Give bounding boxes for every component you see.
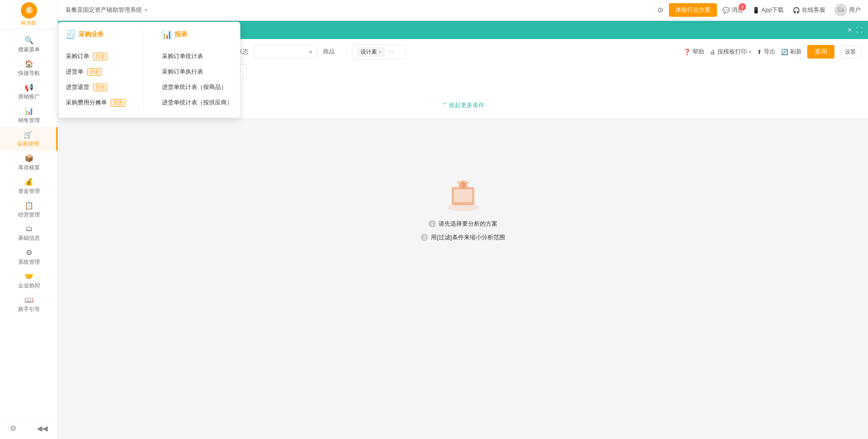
message-icon: 💬 bbox=[722, 7, 730, 14]
operations-icon: 📋 bbox=[24, 201, 34, 210]
sidebar-label-search: 搜索菜单 bbox=[18, 46, 40, 54]
sidebar: ⑥ 标准版 🔍 搜索菜单 🏠 快捷导航 📢 营销推广 📊 销售管理 🛒 采购管理… bbox=[0, 0, 58, 439]
sidebar-item-system[interactable]: ⚙ 系统管理 bbox=[0, 245, 58, 269]
logo-text: 标准版 bbox=[21, 20, 36, 26]
sidebar-item-purchase[interactable]: 🛒 采购管理 bbox=[0, 127, 58, 151]
svg-line-5 bbox=[467, 182, 468, 183]
sidebar-settings-icon[interactable]: ⚙ bbox=[10, 424, 16, 433]
report-col-title: 📊 报表 bbox=[162, 30, 233, 43]
help-button[interactable]: ❓ 帮助 bbox=[683, 48, 704, 56]
title-arrow-icon: ▾ bbox=[145, 7, 147, 13]
report-col-label: 报表 bbox=[175, 30, 187, 39]
purchase-return-label: 进货退货 bbox=[66, 83, 89, 91]
report-col-icon: 📊 bbox=[162, 30, 172, 39]
sidebar-label-quick-nav: 快捷导航 bbox=[18, 69, 40, 77]
dropdown-item-purchase-receipt[interactable]: 进货单 历史 bbox=[66, 64, 125, 79]
avatar: Ea bbox=[834, 4, 847, 16]
hint2-icon: 2 bbox=[421, 234, 428, 241]
sidebar-item-enterprise[interactable]: 🤝 企业协同 bbox=[0, 269, 58, 292]
sidebar-item-operations[interactable]: 📋 经营管理 bbox=[0, 198, 58, 222]
sidebar-label-operations: 经营管理 bbox=[18, 211, 40, 219]
refresh-icon: 🔄 bbox=[781, 49, 788, 55]
messages-button[interactable]: 💬 消息 9 bbox=[722, 6, 743, 14]
tab-close-window-icon[interactable]: ✕ bbox=[847, 26, 853, 34]
header-gear-icon[interactable]: ⚙ bbox=[657, 6, 663, 15]
header-right: 💬 消息 9 📱 App下载 🎧 在线客服 Ea 用户 bbox=[722, 4, 861, 16]
home-icon: 🏠 bbox=[24, 59, 34, 68]
dropdown-item-purchase-return[interactable]: 进货退货 历史 bbox=[66, 79, 125, 95]
sidebar-item-basic[interactable]: 🗂 基础信息 bbox=[0, 222, 58, 245]
user-menu-button[interactable]: Ea 用户 bbox=[834, 4, 861, 16]
top-header: 装餐及固定资产辅助管理系统 ▾ ⚙ 体验行业方案 💬 消息 9 📱 App下载 … bbox=[58, 0, 868, 21]
system-title: 装餐及固定资产辅助管理系统 ▾ bbox=[65, 6, 652, 14]
sidebar-label-enterprise: 企业协同 bbox=[18, 282, 40, 290]
goods-more-btn[interactable]: ··· bbox=[387, 48, 394, 56]
refresh-button[interactable]: 🔄 刷新 bbox=[781, 48, 802, 56]
report-col: 📊 报表 采购订单统计表 采购订单执行表 进货单统计表（按商品） 进货单统计表（… bbox=[162, 30, 233, 110]
headset-icon: 🎧 bbox=[793, 7, 800, 14]
sidebar-label-finance: 资金管理 bbox=[18, 187, 40, 195]
online-service-button[interactable]: 🎧 在线客服 bbox=[793, 6, 825, 14]
sidebar-item-newbie[interactable]: 📖 新手引导 bbox=[0, 292, 58, 316]
purchase-icon: 🛒 bbox=[24, 130, 33, 139]
dropdown-item-purchase-order-stat[interactable]: 采购订单统计表 bbox=[162, 49, 233, 64]
app-download-button[interactable]: 📱 App下载 bbox=[752, 6, 784, 14]
sidebar-label-newbie: 新手引导 bbox=[18, 306, 40, 313]
phone-icon: 📱 bbox=[752, 7, 760, 14]
purchase-col-icon: 🧾 bbox=[66, 30, 76, 39]
system-icon: ⚙ bbox=[26, 248, 32, 257]
purchase-order-label: 采购订单 bbox=[66, 52, 89, 60]
sidebar-item-inventory[interactable]: 📦 库存核算 bbox=[0, 151, 58, 174]
sidebar-item-marketing[interactable]: 📢 营销推广 bbox=[0, 80, 58, 104]
query-button[interactable]: 查询 bbox=[807, 45, 834, 59]
sidebar-item-quick-nav[interactable]: 🏠 快捷导航 bbox=[0, 56, 58, 80]
dropdown-item-receipt-stat-goods[interactable]: 进货单统计表（按商品） bbox=[162, 79, 233, 95]
industry-solution-button[interactable]: 体验行业方案 bbox=[669, 3, 717, 17]
goods-tag-remove[interactable]: × bbox=[379, 49, 381, 54]
purchase-order-stat-label: 采购订单统计表 bbox=[162, 52, 203, 60]
dropdown-item-purchase-expense[interactable]: 采购费用分摊单 历史 bbox=[66, 95, 125, 110]
tab-bar-right: ✕ ⛶ bbox=[847, 26, 868, 34]
sidebar-item-search[interactable]: 🔍 搜索菜单 bbox=[0, 33, 58, 56]
export-label: 导出 bbox=[764, 48, 775, 56]
tab-fullscreen-icon[interactable]: ⛶ bbox=[856, 26, 863, 34]
dropdown-item-purchase-order[interactable]: 采购订单 历史 bbox=[66, 49, 125, 64]
print-button[interactable]: 🖨 按模板打印 ▾ bbox=[710, 48, 751, 56]
logo-icon: ⑥ bbox=[21, 2, 37, 19]
newbie-icon: 📖 bbox=[24, 296, 34, 304]
settings-button[interactable]: 设置 bbox=[840, 46, 861, 58]
sidebar-label-basic: 基础信息 bbox=[18, 234, 40, 242]
user-label: 用户 bbox=[849, 6, 861, 14]
marketing-icon: 📢 bbox=[24, 83, 34, 92]
empty-state: ? 1 请先选择要分析的方案 2 用[过滤]条件来缩小分析范围 bbox=[58, 119, 868, 301]
sidebar-logo: ⑥ 标准版 bbox=[0, 0, 58, 29]
enterprise-icon: 🤝 bbox=[24, 272, 34, 281]
dropdown-divider bbox=[143, 30, 144, 110]
goods-tag-text: 设计素 bbox=[361, 48, 377, 56]
online-service-label: 在线客服 bbox=[802, 6, 825, 14]
status-arrow-icon: ▾ bbox=[309, 49, 312, 55]
sidebar-item-finance[interactable]: 💰 资金管理 bbox=[0, 174, 58, 198]
purchase-col-title: 🧾 采购业务 bbox=[66, 30, 125, 43]
dropdown-item-purchase-order-exec[interactable]: 采购订单执行表 bbox=[162, 64, 233, 79]
sidebar-collapse-icon[interactable]: ◀◀ bbox=[37, 424, 48, 433]
print-icon: 🖨 bbox=[710, 49, 716, 55]
avatar-text: Ea bbox=[838, 7, 844, 13]
purchase-order-exec-label: 采购订单执行表 bbox=[162, 68, 203, 76]
sidebar-item-sales[interactable]: 📊 销售管理 bbox=[0, 104, 58, 127]
finance-icon: 💰 bbox=[24, 178, 34, 186]
empty-hint-2-text: 用[过滤]条件来缩小分析范围 bbox=[431, 233, 505, 242]
dropdown-item-receipt-stat-supplier[interactable]: 进货单统计表（按供应商） bbox=[162, 95, 233, 110]
status-input[interactable]: ▾ bbox=[254, 44, 317, 59]
purchase-order-hist-badge: 历史 bbox=[93, 53, 107, 60]
help-icon: ❓ bbox=[683, 49, 691, 55]
help-label: 帮助 bbox=[692, 48, 704, 56]
empty-hint-1-text: 请先选择要分析的方案 bbox=[439, 220, 497, 228]
export-button[interactable]: ⬆ 导出 bbox=[757, 48, 775, 56]
purchase-col-label: 采购业务 bbox=[78, 30, 104, 39]
goods-filter: 商品 设计素 × ··· bbox=[323, 44, 406, 59]
goods-input[interactable]: 设计素 × ··· bbox=[352, 44, 406, 59]
hint1-icon: 1 bbox=[429, 220, 436, 227]
purchase-expense-hist-badge: 历史 bbox=[111, 99, 125, 107]
messages-badge: 9 bbox=[739, 3, 746, 10]
